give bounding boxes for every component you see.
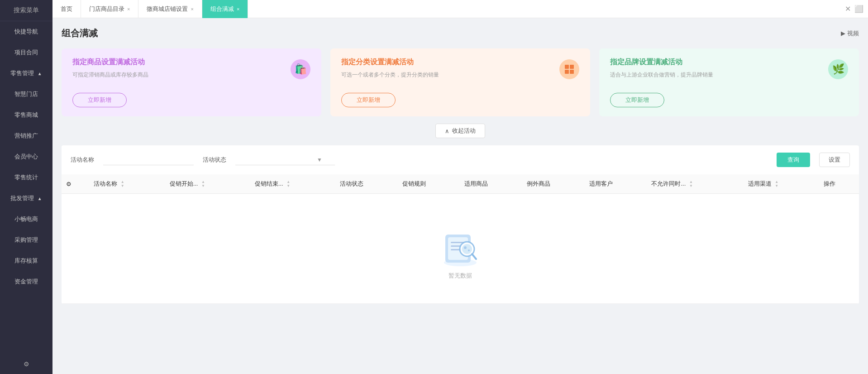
brand-card-add-btn[interactable]: 立即新增 <box>610 93 664 107</box>
sidebar-item-retail-stats[interactable]: 零售统计 <box>0 167 52 188</box>
empty-cell: 暂无数据 <box>62 194 859 304</box>
sidebar-item-label: 批发管理 <box>10 195 34 201</box>
collapse-btn[interactable]: ∧ 收起活动 <box>435 124 485 138</box>
settings-icon: ⚙ <box>24 360 29 368</box>
table-body: 暂无数据 <box>62 194 859 304</box>
collapse-bar: ∧ 收起活动 <box>62 124 859 138</box>
sidebar-item-quick-nav[interactable]: 快捷导航 <box>0 21 52 42</box>
col-activity-name[interactable]: 活动名称 ▲▼ <box>89 174 165 194</box>
col-applicable-channel[interactable]: 适用渠道 ▲▼ <box>744 174 819 194</box>
product-card-title: 指定商品设置满减活动 <box>72 58 310 67</box>
product-discount-card: 指定商品设置满减活动 可指定滞销商品或库存较多商品 🛍️ 立即新增 <box>62 48 321 116</box>
activity-status-label: 活动状态 <box>203 156 226 164</box>
col-promo-end[interactable]: 促销结束... ▲▼ <box>250 174 335 194</box>
col-applicable-channel-label: 适用渠道 <box>748 180 772 187</box>
play-icon: ▶ <box>841 30 845 37</box>
col-settings[interactable]: ⚙ <box>62 174 89 194</box>
sort-icon: ▲▼ <box>286 180 290 188</box>
sidebar-search[interactable]: 搜索菜单 <box>0 0 52 21</box>
video-link[interactable]: ▶ 视频 <box>841 29 859 38</box>
sort-icon: ▲▼ <box>121 180 124 188</box>
cards-row: 指定商品设置满减活动 可指定滞销商品或库存较多商品 🛍️ 立即新增 指定分类设置… <box>62 48 859 116</box>
page-header: 组合满减 ▶ 视频 <box>62 27 859 39</box>
tab-combo-discount-close[interactable]: × <box>237 6 239 12</box>
tab-combo-discount-label: 组合满减 <box>210 5 234 13</box>
col-applicable-goods: 适用商品 <box>460 174 522 194</box>
col-operation-label: 操作 <box>824 180 835 187</box>
product-card-desc: 可指定滞销商品或库存较多商品 <box>72 71 310 79</box>
category-card-icon <box>559 59 579 79</box>
settings-col-icon: ⚙ <box>66 181 72 187</box>
expand-arrow-icon: ▲ <box>38 196 42 201</box>
svg-rect-1 <box>570 65 574 69</box>
brand-card-title: 指定品牌设置满减活动 <box>610 58 848 67</box>
collapse-icon: ∧ <box>445 128 449 134</box>
empty-state: 暂无数据 <box>66 199 854 298</box>
col-not-allow-concurrent[interactable]: 不允许同时... ▲▼ <box>647 174 743 194</box>
activity-status-select-wrap: ▼ <box>235 154 335 165</box>
category-discount-card: 指定分类设置满减活动 可选一个或者多个分类，提升分类的销量 立即新增 <box>330 48 590 116</box>
sort-icon: ▲▼ <box>775 180 778 188</box>
svg-point-11 <box>462 244 472 254</box>
maximize-window-icon[interactable]: ⬜ <box>854 5 863 13</box>
brand-card-icon: 🌿 <box>828 59 848 79</box>
brand-card-desc: 适合与上游企业联合做营销，提升品牌销量 <box>610 71 848 79</box>
sort-icon: ▲▼ <box>201 180 205 188</box>
tab-wechat-store-close[interactable]: × <box>191 6 193 12</box>
brand-discount-card: 指定品牌设置满减活动 适合与上游企业联合做营销，提升品牌销量 🌿 立即新增 <box>599 48 859 116</box>
svg-point-13 <box>464 246 467 249</box>
tab-store-catalog[interactable]: 门店商品目录 × <box>81 0 138 18</box>
sidebar-item-project-contract[interactable]: 项目合同 <box>0 42 52 63</box>
setting-btn[interactable]: 设置 <box>819 153 850 167</box>
col-activity-status-label: 活动状态 <box>340 180 363 187</box>
sidebar-item-purchase-mgmt[interactable]: 采购管理 <box>0 230 52 250</box>
sidebar-item-retail-mall[interactable]: 零售商城 <box>0 105 52 125</box>
col-promo-rule-label: 促销规则 <box>402 180 426 187</box>
svg-point-14 <box>468 249 470 251</box>
category-card-add-btn[interactable]: 立即新增 <box>341 93 396 107</box>
col-applicable-customer-label: 适用客户 <box>589 180 613 187</box>
col-activity-name-label: 活动名称 <box>94 180 117 187</box>
svg-rect-2 <box>565 70 569 74</box>
svg-rect-3 <box>570 70 574 74</box>
filter-row: 活动名称 活动状态 ▼ 查询 设置 <box>62 145 859 174</box>
activity-status-input[interactable] <box>235 154 317 165</box>
close-window-icon[interactable]: ✕ <box>845 5 851 13</box>
tab-store-catalog-label: 门店商品目录 <box>89 5 124 13</box>
table-header-row: ⚙ 活动名称 ▲▼ 促销开始... ▲▼ 促销结束... ▲▼ <box>62 174 859 194</box>
empty-row: 暂无数据 <box>62 194 859 304</box>
svg-line-12 <box>472 254 476 259</box>
dropdown-icon[interactable]: ▼ <box>317 157 322 163</box>
expand-arrow-icon: ▲ <box>38 71 42 76</box>
sidebar: 搜索菜单 快捷导航 项目合同 零售管理 ▲ 智慧门店 零售商城 营销推广 会员中… <box>0 0 52 374</box>
query-btn[interactable]: 查询 <box>777 153 810 167</box>
col-promo-start[interactable]: 促销开始... ▲▼ <box>165 174 250 194</box>
tab-wechat-store[interactable]: 微商城店铺设置 × <box>138 0 202 18</box>
tabbar: 首页 门店商品目录 × 微商城店铺设置 × 组合满减 × ✕ ⬜ <box>52 0 868 18</box>
col-applicable-goods-label: 适用商品 <box>464 180 488 187</box>
video-label: 视频 <box>847 29 859 38</box>
tab-store-catalog-close[interactable]: × <box>127 6 130 12</box>
sidebar-item-wholesale-mgmt[interactable]: 批发管理 ▲ <box>0 188 52 209</box>
col-promo-start-label: 促销开始... <box>170 180 198 187</box>
activity-name-input[interactable] <box>103 154 194 165</box>
tab-wechat-store-label: 微商城店铺设置 <box>147 5 188 13</box>
sort-icon: ▲▼ <box>689 180 693 188</box>
sidebar-item-retail-mgmt[interactable]: 零售管理 ▲ <box>0 63 52 84</box>
tab-home[interactable]: 首页 <box>52 0 81 18</box>
sidebar-item-smart-store[interactable]: 智慧门店 <box>0 84 52 105</box>
sidebar-settings-btn[interactable]: ⚙ <box>0 354 52 374</box>
product-card-add-btn[interactable]: 立即新增 <box>72 93 127 107</box>
col-exception-goods: 例外商品 <box>522 174 585 194</box>
sidebar-item-marketing[interactable]: 营销推广 <box>0 125 52 146</box>
collapse-label: 收起活动 <box>452 127 476 135</box>
sidebar-item-xiaochang-ec[interactable]: 小畅电商 <box>0 209 52 230</box>
sidebar-item-inventory-calc[interactable]: 库存核算 <box>0 250 52 271</box>
svg-rect-0 <box>565 65 569 69</box>
col-operation: 操作 <box>819 174 859 194</box>
tab-combo-discount[interactable]: 组合满减 × <box>202 0 248 18</box>
activity-name-label: 活动名称 <box>71 156 94 164</box>
sidebar-item-member-center[interactable]: 会员中心 <box>0 146 52 167</box>
window-btns: ✕ ⬜ <box>840 5 868 13</box>
sidebar-item-fund-mgmt[interactable]: 资金管理 <box>0 271 52 292</box>
